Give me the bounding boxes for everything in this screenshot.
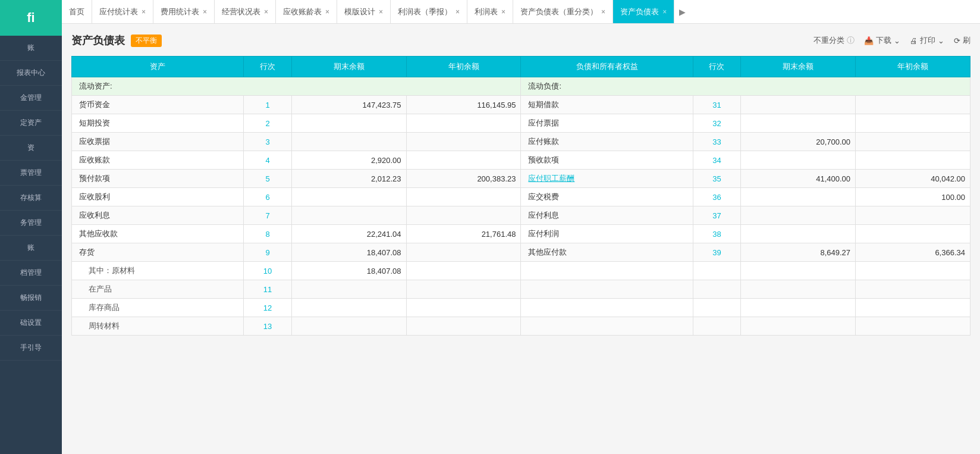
left-row-num: 3 (244, 133, 291, 151)
page-title: 资产负债表 (71, 33, 125, 48)
right-end-amount (741, 280, 856, 299)
right-start-amount (856, 280, 970, 299)
right-label: 应付票据 (521, 114, 693, 133)
right-row-num: 39 (693, 243, 740, 262)
print-button[interactable]: 🖨 打印 ⌄ (910, 35, 944, 46)
tab-balance[interactable]: 资产负债表 × (613, 0, 674, 23)
table-header-row: 资产 行次 期末余额 年初余额 负债和所有者权益 行次 期末余额 年初余额 (72, 57, 970, 77)
left-row-num: 13 (244, 317, 291, 336)
unclassified-label: 不重分类 ⓘ (813, 35, 855, 46)
tab-profit[interactable]: 利润表 × (467, 0, 513, 23)
right-label: 应付账款 (521, 133, 693, 151)
left-label: 其中：原材料 (72, 262, 244, 280)
table-row: 存货 9 18,407.08 其他应付款 39 8,649.27 6,366.3… (72, 243, 970, 262)
sidebar-logo: fi (0, 0, 62, 36)
tab-expense-stats-close[interactable]: × (203, 8, 207, 16)
left-row-num: 6 (244, 188, 291, 206)
download-label: 下载 (876, 35, 891, 46)
left-start-amount (406, 317, 521, 336)
tab-scroll-right[interactable]: ▶ (674, 7, 690, 17)
right-row-num: 36 (693, 188, 740, 206)
right-label[interactable]: 应付职工薪酬 (521, 170, 693, 188)
left-label: 应收股利 (72, 188, 244, 206)
sidebar-item-fixed[interactable]: 定资产 (0, 111, 62, 136)
refresh-icon: ⟳ (954, 36, 960, 45)
download-chevron-icon: ⌄ (894, 36, 900, 45)
tab-payable-stats[interactable]: 应付统计表 × (92, 0, 153, 23)
tab-template[interactable]: 模版设计 × (337, 0, 391, 23)
th-asset: 资产 (72, 57, 244, 77)
download-icon: 📥 (864, 36, 874, 45)
download-button[interactable]: 📥 下载 ⌄ (864, 35, 900, 46)
table-row: 货币资金 1 147,423.75 116,145.95 短期借款 31 (72, 96, 970, 114)
left-end-amount: 147,423.75 (291, 96, 406, 114)
right-start-amount (856, 151, 970, 170)
sidebar-item-ledger[interactable]: 账 (0, 236, 62, 261)
left-start-amount (406, 133, 521, 151)
tab-balance-reclassified[interactable]: 资产负债表（重分类） × (513, 0, 613, 23)
left-start-amount: 21,761.48 (406, 225, 521, 243)
right-end-amount (741, 262, 856, 280)
tab-operation-label: 经营状况表 (222, 7, 260, 17)
sidebar-item-capital[interactable]: 资 (0, 136, 62, 161)
right-start-amount (856, 262, 970, 280)
left-end-amount: 2,012.23 (291, 170, 406, 188)
tab-expense-stats[interactable]: 费用统计表 × (153, 0, 215, 23)
sidebar-item-expense[interactable]: 畅报销 (0, 286, 62, 311)
left-start-amount (406, 151, 521, 170)
left-start-amount (406, 206, 521, 225)
tab-profit-close[interactable]: × (501, 8, 505, 16)
sidebar-item-ticket[interactable]: 票管理 (0, 161, 62, 186)
tab-operation-close[interactable]: × (264, 8, 268, 16)
tab-balance-close[interactable]: × (662, 8, 667, 16)
right-start-amount (856, 225, 970, 243)
right-label (521, 299, 693, 317)
th-liability: 负债和所有者权益 (521, 57, 693, 77)
right-label: 短期借款 (521, 96, 693, 114)
left-row-num: 5 (244, 170, 291, 188)
sidebar-item-guide[interactable]: 手引导 (0, 336, 62, 361)
page-header: 资产负债表 不平衡 不重分类 ⓘ 📥 下载 ⌄ 🖨 打印 ⌄ (71, 33, 970, 48)
tab-profit-quarterly[interactable]: 利润表（季报） × (391, 0, 467, 23)
tab-home[interactable]: 首页 (62, 0, 92, 23)
left-end-amount (291, 188, 406, 206)
right-label (521, 262, 693, 280)
right-end-amount (741, 225, 856, 243)
tab-payable-stats-close[interactable]: × (142, 8, 146, 16)
sidebar-item-archive[interactable]: 档管理 (0, 261, 62, 286)
tab-template-close[interactable]: × (379, 8, 383, 16)
sidebar-item-finance[interactable]: 金管理 (0, 86, 62, 111)
left-start-amount: 116,145.95 (406, 96, 521, 114)
right-row-num: 35 (693, 170, 740, 188)
right-end-amount (741, 317, 856, 336)
sidebar-item-settings[interactable]: 础设置 (0, 311, 62, 336)
sidebar: fi 账 报表中心 金管理 定资产 资 票管理 存核算 务管理 账 档管理 畅报… (0, 0, 62, 454)
tab-profit-quarterly-close[interactable]: × (456, 8, 460, 16)
table-row: 应收票据 3 应付账款 33 20,700.00 (72, 133, 970, 151)
left-row-num: 1 (244, 96, 291, 114)
left-end-amount (291, 299, 406, 317)
tab-receivable-aging[interactable]: 应收账龄表 × (276, 0, 337, 23)
header-actions: 不重分类 ⓘ 📥 下载 ⌄ 🖨 打印 ⌄ ⟳ 刷 (813, 35, 970, 46)
right-row-num: 34 (693, 151, 740, 170)
table-row: 在产品 11 (72, 280, 970, 299)
sidebar-item-report[interactable]: 报表中心 (0, 61, 62, 86)
unbalanced-badge: 不平衡 (131, 35, 162, 47)
right-row-num (693, 280, 740, 299)
left-label: 应收账款 (72, 151, 244, 170)
sidebar-item-account[interactable]: 账 (0, 36, 62, 61)
right-end-amount (741, 96, 856, 114)
help-icon[interactable]: ⓘ (847, 35, 855, 46)
th-start-amount: 年初余额 (406, 57, 521, 77)
sidebar-item-affairs[interactable]: 务管理 (0, 211, 62, 236)
tab-receivable-aging-close[interactable]: × (325, 8, 329, 16)
right-row-num: 31 (693, 96, 740, 114)
refresh-button[interactable]: ⟳ 刷 (954, 35, 970, 46)
left-end-amount (291, 114, 406, 133)
tab-operation[interactable]: 经营状况表 × (215, 0, 276, 23)
right-end-amount (741, 151, 856, 170)
right-end-amount: 8,649.27 (741, 243, 856, 262)
left-row-num: 7 (244, 206, 291, 225)
tab-balance-reclassified-close[interactable]: × (601, 8, 605, 16)
sidebar-item-inventory[interactable]: 存核算 (0, 186, 62, 211)
